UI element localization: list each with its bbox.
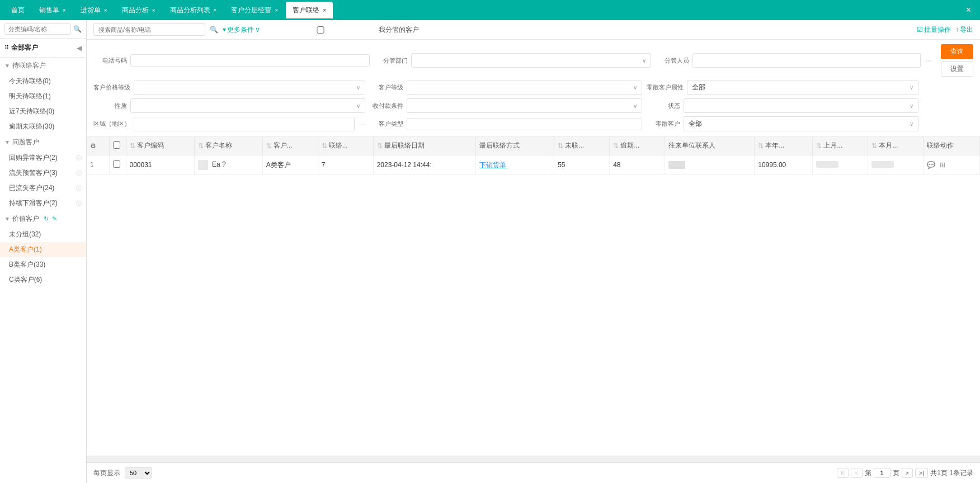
select-all-checkbox[interactable] <box>113 141 120 149</box>
filter-status-label: 状态 <box>647 102 680 110</box>
page-label-pre: 第 <box>865 468 871 478</box>
export-button[interactable]: ↑ 导出 <box>955 25 973 35</box>
settings-button[interactable]: 设置 <box>941 61 973 77</box>
collapse-icon[interactable]: ◀ <box>77 44 82 52</box>
close-icon[interactable]: × <box>63 7 66 13</box>
sidebar-item-ungroup[interactable]: 未分组(32) <box>0 227 86 242</box>
sidebar-item-7days[interactable]: 近7天待联络(0) <box>0 104 86 119</box>
arrow-icon: ▼ <box>4 216 10 222</box>
refresh-icon[interactable]: ↻ <box>44 215 49 222</box>
my-customers-checkbox[interactable] <box>265 26 376 34</box>
search-input[interactable] <box>93 23 205 36</box>
nature-select[interactable]: ∨ <box>130 98 365 113</box>
close-icon[interactable]: × <box>275 7 278 13</box>
batch-ops-button[interactable]: ☑ 批量操作 <box>917 25 951 35</box>
gear-icon[interactable]: ⚙ <box>90 142 96 150</box>
td-action: 💬 ⊞ <box>924 155 980 175</box>
td-level: A类客户 <box>262 155 318 175</box>
sidebar-item-churned[interactable]: 已流失客户(24) ⓘ <box>0 181 86 196</box>
chevron-down-icon: ∨ <box>910 121 913 127</box>
nav-tab-purchase[interactable]: 进货单 × <box>74 2 114 18</box>
close-icon[interactable]: × <box>214 7 217 13</box>
next-page-button[interactable]: > <box>902 468 913 478</box>
phone-input[interactable] <box>130 54 370 67</box>
search-button[interactable]: 🔍 <box>210 26 218 34</box>
page-nav: K < 第 页 > >| 共1页 1条记录 <box>837 468 973 478</box>
scatter-select[interactable]: 全部 ∨ <box>684 116 918 131</box>
horizontal-scrollbar[interactable] <box>87 456 980 462</box>
last-page-button[interactable]: >| <box>915 468 928 478</box>
person-select[interactable] <box>692 53 921 68</box>
more-options-icon[interactable]: ··· <box>925 56 932 65</box>
edit-icon[interactable]: ✎ <box>52 215 57 222</box>
first-page-button[interactable]: K <box>837 468 849 478</box>
sidebar-item-overdue[interactable]: 逾期未联络(30) <box>0 119 86 134</box>
dept-select[interactable]: ∨ <box>411 53 651 68</box>
nav-tab-customer-contact[interactable]: 客户联络 × <box>286 2 333 18</box>
chevron-down-icon: ∨ <box>356 84 360 91</box>
chevron-down-icon: ∨ <box>910 103 913 109</box>
sidebar-item-declining[interactable]: 持续下滑客户(2) ⓘ <box>0 196 86 211</box>
query-button[interactable]: 查询 <box>941 44 973 59</box>
scatter-attr-select[interactable]: 全部 ∨ <box>687 80 918 95</box>
sidebar-item-b-class[interactable]: B类客户(33) <box>0 257 86 272</box>
sort-icon: ⇅ <box>322 142 327 150</box>
page-size-select[interactable]: 50 100 200 <box>125 467 152 479</box>
th-gear: ⚙ <box>87 136 109 155</box>
td-this-month <box>868 155 924 175</box>
nav-tab-analysis[interactable]: 商品分析 × <box>115 2 162 18</box>
filter-person: 分管人员 ··· <box>656 53 932 68</box>
action-qr-icon[interactable]: ⊞ <box>940 161 945 169</box>
prev-page-button[interactable]: < <box>851 468 862 478</box>
nav-home[interactable]: 首页 <box>4 2 31 18</box>
sidebar-item-repurchase-abnormal[interactable]: 回购异常客户(2) ⓘ <box>0 150 86 165</box>
sidebar-search-input[interactable] <box>4 23 71 35</box>
sidebar-item-today[interactable]: 今天待联络(0) <box>0 74 86 89</box>
th-level: ⇅ 客户... <box>262 136 318 155</box>
nav-tab-customer-tier[interactable]: 客户分层经营 × <box>224 2 285 18</box>
my-customers-checkbox-label[interactable]: 我分管的客户 <box>265 25 419 35</box>
customer-level-select[interactable]: ∨ <box>407 80 642 95</box>
section-waiting-contact: ▼ 待联络客户 <box>0 58 86 74</box>
close-icon[interactable]: × <box>152 7 156 13</box>
th-no-contact: ⇅ 未联... <box>554 136 610 155</box>
filter-nature: 性质 ∨ <box>93 98 365 113</box>
nav-tab-analysis-list[interactable]: 商品分析列表 × <box>163 2 224 18</box>
nav-tab-sales[interactable]: 销售单 × <box>32 2 73 18</box>
more-filters-button[interactable]: ▾ 更多条件 ∨ <box>223 25 260 35</box>
filter-phone-label: 电话号码 <box>93 56 127 65</box>
action-chat-icon[interactable]: 💬 <box>927 161 935 169</box>
last-month-placeholder <box>816 161 838 168</box>
content-area: 🔍 ▾ 更多条件 ∨ 我分管的客户 ☑ 批量操作 ↑ 导出 <box>87 20 980 483</box>
status-select[interactable]: ∨ <box>684 98 918 113</box>
td-code: 000031 <box>126 155 194 175</box>
filter-region-label: 区域（地区） <box>93 120 130 128</box>
page-number-input[interactable] <box>874 468 891 478</box>
sidebar-item-a-class[interactable]: A类客户(1) <box>0 242 86 257</box>
price-level-select[interactable]: ∨ <box>134 80 365 95</box>
last-method-link[interactable]: 下销货单 <box>479 161 506 169</box>
arrow-icon: ▼ <box>4 139 10 145</box>
td-no-contact: 55 <box>554 155 610 175</box>
close-icon[interactable]: × <box>104 7 107 13</box>
sidebar-item-c-class[interactable]: C类客户(6) <box>0 272 86 287</box>
th-overdue: ⇅ 逾期... <box>610 136 665 155</box>
sidebar-item-tomorrow[interactable]: 明天待联络(1) <box>0 89 86 104</box>
all-customers-item[interactable]: ⠿ 全部客户 ◀ <box>0 39 86 58</box>
unit-contact-avatar <box>668 161 685 169</box>
td-index: 1 <box>87 155 109 175</box>
close-icon[interactable]: × <box>323 7 326 13</box>
row-checkbox[interactable] <box>113 160 120 168</box>
payment-select[interactable]: ∨ <box>407 98 642 113</box>
more-options-icon[interactable]: ··· <box>359 120 366 129</box>
sidebar-item-churn-warning[interactable]: 流失预警客户(3) ⓘ <box>0 165 86 181</box>
filter-scatter-attr: 零散客户属性 全部 ∨ <box>647 80 918 95</box>
search-icon[interactable]: 🔍 <box>73 25 82 33</box>
customer-type-input[interactable] <box>407 118 642 130</box>
pagination-bar: 每页显示 50 100 200 K < 第 页 > >| 共1页 1条记录 <box>87 462 980 483</box>
region-select[interactable] <box>134 117 355 131</box>
filter-payment: 收付款条件 ∨ <box>370 98 642 113</box>
th-this-year: ⇅ 本年... <box>755 136 813 155</box>
close-all-button[interactable]: × <box>962 5 976 15</box>
td-this-year: 10995.00 <box>755 155 813 175</box>
